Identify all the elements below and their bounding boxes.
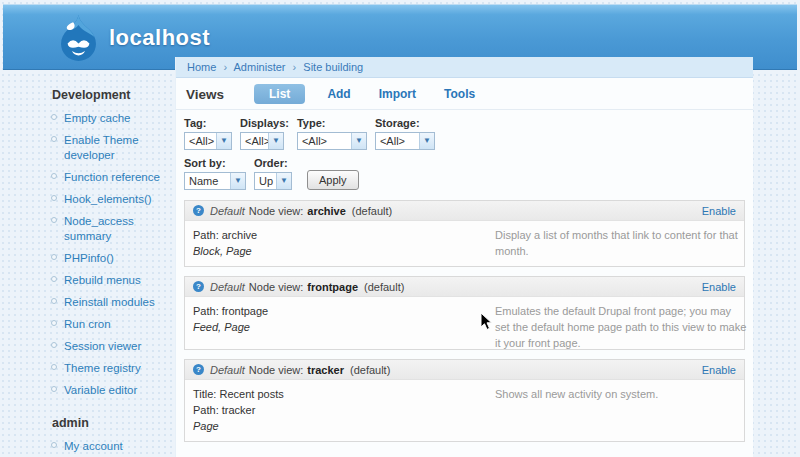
sidebar-item-label: Enable Theme developer (64, 134, 139, 161)
chevron-down-icon: ▼ (268, 133, 283, 149)
view-row-body: Title: Recent posts Path: tracker Page S… (185, 380, 744, 441)
filter-sort-by-label: Sort by: (184, 157, 246, 169)
filter-tag: Tag: <All>▼ (184, 117, 232, 150)
tab-list[interactable]: List (254, 84, 305, 104)
view-type: Default (210, 364, 245, 376)
sidebar-item-label: Empty cache (64, 112, 130, 124)
filter-order-select[interactable]: Up▼ (254, 172, 292, 190)
view-default-badge: (default) (350, 364, 390, 376)
sidebar-item-reinstall-modules[interactable]: Reinstall modules (38, 295, 176, 310)
sidebar-item-label: Theme registry (64, 362, 141, 374)
sidebar-item-empty-cache[interactable]: Empty cache (38, 111, 176, 126)
enable-link[interactable]: Enable (702, 205, 736, 217)
sidebar-section-admin: admin (52, 416, 167, 430)
chevron-down-icon: ▼ (276, 173, 291, 189)
filter-storage-label: Storage: (375, 117, 435, 129)
filter-type-value: <All> (298, 135, 351, 147)
breadcrumb-site-building[interactable]: Site building (303, 61, 363, 73)
help-icon[interactable]: ? (193, 205, 204, 216)
filter-storage: Storage: <All>▼ (375, 117, 435, 150)
sidebar-item-theme-registry[interactable]: Theme registry (38, 361, 176, 376)
filter-sort-by-select[interactable]: Name▼ (184, 172, 246, 190)
bullet-icon (51, 254, 57, 260)
breadcrumb: Home › Administer › Site building (176, 57, 753, 78)
bullet-icon (51, 136, 57, 142)
view-name: archive (307, 205, 346, 217)
help-icon[interactable]: ? (193, 364, 204, 375)
bullet-icon (51, 276, 57, 282)
sidebar-item-label: Reinstall modules (64, 296, 155, 308)
sidebar-item-label: Run cron (64, 318, 111, 330)
bullet-icon (51, 217, 57, 223)
sidebar-item-label: Rebuild menus (64, 274, 141, 286)
sidebar-item-phpinfo[interactable]: PHPinfo() (38, 251, 176, 266)
sidebar-item-label: Node_access summary (64, 215, 134, 242)
view-description: Emulates the default Drupal front page; … (495, 303, 747, 351)
breadcrumb-administer[interactable]: Administer (234, 61, 286, 73)
page-title: Views (186, 87, 224, 102)
content-panel: Home › Administer › Site building Views … (175, 57, 753, 457)
chevron-down-icon: ▼ (351, 133, 366, 149)
sidebar-item-run-cron[interactable]: Run cron (38, 317, 176, 332)
breadcrumb-separator: › (223, 61, 227, 73)
apply-button[interactable]: Apply (307, 170, 359, 190)
view-row-tracker: ? Default Node view: tracker (default) E… (184, 359, 745, 442)
filter-tag-label: Tag: (184, 117, 232, 129)
sidebar-item-session-viewer[interactable]: Session viewer (38, 339, 176, 354)
filter-storage-select[interactable]: <All>▼ (375, 132, 435, 150)
chevron-down-icon: ▼ (419, 133, 434, 149)
view-description: Shows all new activity on system. (495, 386, 747, 402)
tab-tools[interactable]: Tools (444, 87, 475, 101)
chevron-down-icon: ▼ (230, 173, 245, 189)
view-row-header: ? Default Node view: archive (default) E… (185, 201, 744, 221)
view-row-header: ? Default Node view: frontpage (default)… (185, 277, 744, 297)
views-filters: Tag: <All>▼ Displays: <All>▼ Type: <All>… (176, 110, 753, 200)
filter-sort-by-value: Name (185, 175, 230, 187)
help-icon[interactable]: ? (193, 281, 204, 292)
view-default-badge: (default) (364, 281, 404, 293)
filter-order-label: Order: (254, 157, 292, 169)
view-kind: Node view: (249, 364, 303, 376)
enable-link[interactable]: Enable (702, 364, 736, 376)
filter-type-select[interactable]: <All>▼ (297, 132, 367, 150)
view-path: Path: tracker (193, 402, 736, 418)
sidebar-item-enable-theme-developer[interactable]: Enable Theme developer (38, 133, 176, 163)
filter-type-label: Type: (297, 117, 367, 129)
tab-import[interactable]: Import (379, 87, 416, 101)
sidebar-item-my-account[interactable]: My account (38, 439, 176, 454)
bullet-icon (51, 114, 57, 120)
view-displays: Page (193, 418, 736, 434)
breadcrumb-separator: › (293, 61, 297, 73)
sidebar-item-hook-elements[interactable]: Hook_elements() (38, 192, 176, 207)
filter-displays-select[interactable]: <All>▼ (240, 132, 284, 150)
sidebar-item-label: Variable editor (64, 384, 137, 396)
page-header: Views List Add Import Tools (176, 78, 753, 110)
view-type: Default (210, 281, 245, 293)
bullet-icon (51, 195, 57, 201)
filter-order: Order: Up▼ (254, 157, 292, 190)
sidebar-item-function-reference[interactable]: Function reference (38, 170, 176, 185)
view-default-badge: (default) (352, 205, 392, 217)
filter-order-value: Up (255, 175, 276, 187)
sidebar-item-label: My account (64, 440, 123, 452)
tab-add[interactable]: Add (327, 87, 350, 101)
sidebar-item-variable-editor[interactable]: Variable editor (38, 383, 176, 398)
enable-link[interactable]: Enable (702, 281, 736, 293)
filter-sort-by: Sort by: Name▼ (184, 157, 246, 190)
filter-tag-select[interactable]: <All>▼ (184, 132, 232, 150)
filter-tag-value: <All> (185, 135, 216, 147)
view-name: frontpage (307, 281, 358, 293)
bullet-icon (51, 386, 57, 392)
breadcrumb-home[interactable]: Home (187, 61, 216, 73)
view-name: tracker (307, 364, 344, 376)
sidebar-item-node-access-summary[interactable]: Node_access summary (38, 214, 176, 244)
view-kind: Node view: (249, 205, 303, 217)
filter-storage-value: <All> (376, 135, 419, 147)
sidebar-section-development: Development (52, 88, 167, 102)
view-type: Default (210, 205, 245, 217)
view-row-body: Path: archive Block, Page Display a list… (185, 221, 744, 266)
bullet-icon (51, 342, 57, 348)
sidebar-item-rebuild-menus[interactable]: Rebuild menus (38, 273, 176, 288)
views-list: ? Default Node view: archive (default) E… (176, 200, 753, 442)
bullet-icon (51, 320, 57, 326)
